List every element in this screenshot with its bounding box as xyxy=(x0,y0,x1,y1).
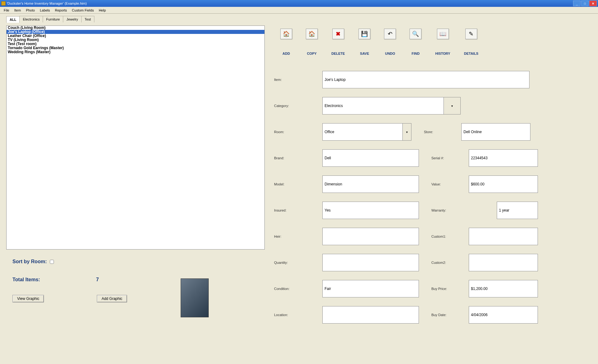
location-label: Location: xyxy=(274,313,322,317)
menu-reports[interactable]: Reports xyxy=(52,8,69,13)
room-field[interactable] xyxy=(322,123,403,141)
title-bar: 'Duckster's Home Inventory Manager' (Exa… xyxy=(0,0,598,7)
heir-field[interactable] xyxy=(322,228,419,245)
warranty-field[interactable] xyxy=(497,202,538,219)
tab-bar: ALL Electronics Furniture Jewelry Test xyxy=(0,14,598,22)
menu-custom-fields[interactable]: Custom Fields xyxy=(69,8,96,13)
category-label: Category: xyxy=(274,104,322,108)
model-label: Model: xyxy=(274,182,322,186)
tab-all[interactable]: ALL xyxy=(6,16,20,23)
undo-icon: ↶ xyxy=(384,29,396,39)
warranty-label: Warranty: xyxy=(431,208,469,212)
save-label: SAVE xyxy=(360,52,369,55)
buy-date-field[interactable] xyxy=(469,306,538,324)
copy-icon: 🏠 xyxy=(306,29,318,39)
add-button[interactable]: 🏠 ADD xyxy=(280,29,292,55)
custom1-field[interactable] xyxy=(469,228,538,245)
add-graphic-button[interactable]: Add Graphic xyxy=(97,295,127,302)
item-field[interactable] xyxy=(322,71,529,88)
serial-field[interactable] xyxy=(469,149,538,167)
store-field[interactable] xyxy=(461,123,530,141)
bottom-controls: Sort by Room: Total Items: 7 View Graphi… xyxy=(6,250,265,312)
buy-date-label: Buy Date: xyxy=(431,313,469,317)
sort-by-room-label: Sort by Room: xyxy=(12,259,47,264)
graphic-buttons-row: View Graphic Add Graphic xyxy=(12,295,259,302)
window-controls: _ □ ✕ xyxy=(573,1,597,6)
quantity-field[interactable] xyxy=(322,254,419,271)
value-label: Value: xyxy=(431,182,469,186)
total-items-value: 7 xyxy=(96,277,99,282)
window-title: 'Duckster's Home Inventory Manager' (Exa… xyxy=(7,2,573,5)
find-label: FIND xyxy=(412,52,420,55)
add-label: ADD xyxy=(282,52,290,55)
undo-button[interactable]: ↶ UNDO xyxy=(384,29,396,55)
delete-button[interactable]: ✖ DELETE xyxy=(331,29,345,55)
custom1-label: Custom1: xyxy=(431,235,469,238)
total-items-row: Total Items: 7 xyxy=(12,277,259,282)
close-button[interactable]: ✕ xyxy=(589,1,597,6)
menu-bar: File Item Photo Labels Reports Custom Fi… xyxy=(0,7,598,14)
brand-field[interactable] xyxy=(322,149,419,167)
find-button[interactable]: 🔍 FIND xyxy=(410,29,421,55)
sort-by-room-row: Sort by Room: xyxy=(12,259,259,264)
list-item[interactable]: Couch (Living Room) xyxy=(7,26,264,30)
category-field[interactable] xyxy=(322,97,444,114)
item-form: Item: Category: ▾ Room: ▾ Store: xyxy=(271,65,592,324)
condition-field[interactable] xyxy=(322,280,419,297)
item-label: Item: xyxy=(274,78,322,82)
insured-label: Insured: xyxy=(274,208,322,212)
save-icon: 💾 xyxy=(358,29,370,39)
location-field[interactable] xyxy=(322,306,419,324)
serial-label: Serial #: xyxy=(431,156,469,160)
details-icon: ✎ xyxy=(465,29,477,39)
item-list[interactable]: Couch (Living Room) Joe's Laptop (Office… xyxy=(6,26,265,250)
menu-item[interactable]: Item xyxy=(12,8,23,13)
maximize-button[interactable]: □ xyxy=(581,1,589,6)
menu-help[interactable]: Help xyxy=(96,8,108,13)
model-field[interactable] xyxy=(322,175,419,193)
total-items-label: Total Items: xyxy=(12,277,40,282)
main-content: Couch (Living Room) Joe's Laptop (Office… xyxy=(0,22,598,362)
category-dropdown-button[interactable]: ▾ xyxy=(444,97,461,114)
list-item[interactable]: TV (Living Room) xyxy=(7,38,264,42)
quantity-label: Quantity: xyxy=(274,261,322,264)
tab-electronics[interactable]: Electronics xyxy=(19,16,43,22)
copy-button[interactable]: 🏠 COPY xyxy=(306,29,318,55)
copy-label: COPY xyxy=(307,52,316,55)
buy-price-label: Buy Price: xyxy=(431,287,469,291)
heir-label: Heir: xyxy=(274,235,322,238)
custom2-label: Custom2: xyxy=(431,261,469,264)
list-item[interactable]: Leather Chair (Office) xyxy=(7,34,264,38)
app-icon xyxy=(1,1,6,6)
menu-labels[interactable]: Labels xyxy=(37,8,52,13)
tab-jewelry[interactable]: Jewelry xyxy=(63,16,81,22)
list-item[interactable]: Wedding Rings (Master) xyxy=(7,50,264,54)
sort-by-room-checkbox[interactable] xyxy=(50,260,54,264)
store-label: Store: xyxy=(424,130,461,134)
view-graphic-button[interactable]: View Graphic xyxy=(12,295,44,302)
details-label: DETAILS xyxy=(464,52,478,55)
history-button[interactable]: 📖 HISTORY xyxy=(435,29,450,55)
value-field[interactable] xyxy=(469,175,538,193)
menu-file[interactable]: File xyxy=(1,8,12,13)
left-panel: Couch (Living Room) Joe's Laptop (Office… xyxy=(6,26,265,358)
action-toolbar: 🏠 ADD 🏠 COPY ✖ DELETE 💾 SAVE ↶ UNDO 🔍 xyxy=(271,26,592,65)
room-label: Room: xyxy=(274,130,322,134)
room-dropdown-button[interactable]: ▾ xyxy=(403,123,411,141)
history-icon: 📖 xyxy=(437,29,449,39)
buy-price-field[interactable] xyxy=(469,280,538,297)
tab-test[interactable]: Test xyxy=(81,16,94,22)
undo-label: UNDO xyxy=(385,52,395,55)
insured-field[interactable] xyxy=(322,202,419,219)
delete-label: DELETE xyxy=(331,52,345,55)
details-button[interactable]: ✎ DETAILS xyxy=(464,29,478,55)
minimize-button[interactable]: _ xyxy=(573,1,581,6)
history-label: HISTORY xyxy=(435,52,450,55)
save-button[interactable]: 💾 SAVE xyxy=(358,29,370,55)
menu-photo[interactable]: Photo xyxy=(23,8,37,13)
item-photo-thumbnail[interactable] xyxy=(181,278,209,317)
delete-icon: ✖ xyxy=(332,29,344,39)
tab-furniture[interactable]: Furniture xyxy=(43,16,63,22)
condition-label: Condition: xyxy=(274,287,322,291)
custom2-field[interactable] xyxy=(469,254,538,271)
